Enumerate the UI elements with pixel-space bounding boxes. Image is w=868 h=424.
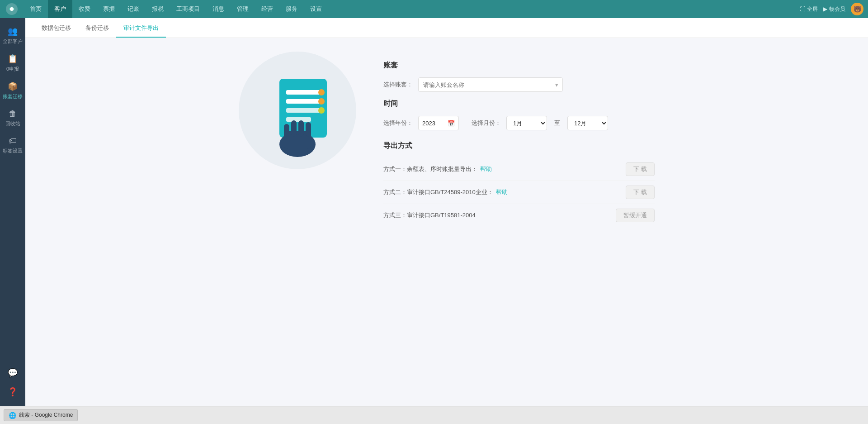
sidebar-item-label: 0申报: [6, 66, 19, 72]
sidebar-item-label: 账套迁移: [3, 93, 23, 100]
svg-point-8: [318, 98, 325, 105]
nav-manage[interactable]: 管理: [231, 0, 255, 18]
export-row-1: 方式一：余额表、序时账批量导出： 帮助 下 载: [383, 158, 655, 181]
nav-invoice[interactable]: 票据: [97, 0, 121, 18]
user-avatar[interactable]: 🐻: [851, 3, 863, 15]
export-method-2-label: 方式二：审计接口GB/T24589-2010企业：: [383, 188, 493, 196]
svg-rect-4: [286, 99, 320, 104]
recycle-icon: 🗑: [9, 109, 17, 119]
nav-business[interactable]: 工商项目: [170, 0, 206, 18]
svg-rect-15: [306, 122, 311, 137]
sidebar-item-help[interactable]: ❓: [0, 382, 25, 401]
fullscreen-icon: ⛶: [800, 6, 805, 12]
export-method-3-label: 方式三：审计接口GB/T19581-2004: [383, 211, 476, 219]
customers-icon: 👥: [8, 26, 18, 36]
sidebar-item-account-migrate[interactable]: 📦 账套迁移: [0, 77, 25, 105]
svg-point-1: [10, 7, 14, 11]
coming-soon-button[interactable]: 暂缓开通: [616, 209, 655, 222]
export-section-title: 导出方式: [383, 141, 655, 151]
member-icon: ▶: [823, 6, 827, 12]
month-label: 选择月份：: [472, 119, 501, 127]
calendar-icon: 📅: [448, 120, 455, 127]
nav-customer[interactable]: 客户: [48, 0, 72, 18]
member-button[interactable]: ▶ 畅会员: [823, 5, 845, 13]
migrate-icon: 📦: [8, 81, 18, 91]
fullscreen-label: 全屏: [807, 5, 818, 13]
sidebar-item-label: 标签设置: [3, 148, 23, 154]
top-navigation: 首页 客户 收费 票据 记账 报税 工商项目 消息 管理 经营 服务 设置 ⛶ …: [0, 0, 868, 18]
svg-rect-6: [286, 117, 311, 122]
tab-data-migration[interactable]: 数据包迁移: [34, 19, 78, 38]
app-logo: [5, 2, 19, 16]
content-area: 数据包迁移 备份迁移 审计文件导出: [25, 18, 868, 406]
svg-point-7: [318, 89, 325, 95]
tags-icon: 🏷: [9, 136, 17, 146]
time-section-title: 时间: [383, 99, 655, 109]
year-label: 选择年份：: [383, 119, 413, 127]
tab-audit-export[interactable]: 审计文件导出: [116, 19, 166, 38]
sidebar-item-tags[interactable]: 🏷 标签设置: [0, 132, 25, 159]
sidebar-item-recycle[interactable]: 🗑 回收站: [0, 105, 25, 132]
svg-rect-3: [286, 90, 320, 95]
illustration-svg: [252, 61, 343, 160]
nav-billing[interactable]: 收费: [72, 0, 97, 18]
nav-settings[interactable]: 设置: [304, 0, 328, 18]
month-end-select[interactable]: 1月2月3月4月 5月6月7月8月 9月10月11月12月: [567, 116, 608, 130]
member-label: 畅会员: [829, 5, 845, 13]
year-input[interactable]: [422, 120, 445, 127]
sidebar-item-label: 全部客户: [3, 38, 23, 45]
export-desc-2: 方式二：审计接口GB/T24589-2010企业： 帮助: [383, 188, 508, 196]
taskbar: 🌐 线索 - Google Chrome: [0, 406, 868, 424]
illustration-circle: [239, 52, 356, 169]
sidebar-item-label: 回收站: [5, 120, 20, 127]
page-content: 账套 选择账套： ▾ 时间 选择年份： 📅 选择月份：: [25, 38, 868, 406]
time-row: 选择年份： 📅 选择月份： 1月2月3月4月 5月6月7月8月 9月10月11月…: [383, 116, 655, 130]
sidebar-item-feedback[interactable]: 💬: [0, 363, 25, 382]
sidebar-bottom: 💬 ❓: [0, 363, 25, 406]
download-button-2[interactable]: 下 载: [626, 186, 655, 199]
export-method-1-label: 方式一：余额表、序时账批量导出：: [383, 165, 477, 173]
taskbar-item-chrome[interactable]: 🌐 线索 - Google Chrome: [4, 409, 78, 421]
export-row-3: 方式三：审计接口GB/T19581-2004 暂缓开通: [383, 204, 655, 227]
nav-message[interactable]: 消息: [206, 0, 231, 18]
svg-rect-12: [284, 124, 289, 137]
svg-rect-14: [298, 120, 304, 137]
taskbar-item-label: 线索 - Google Chrome: [19, 411, 73, 419]
help-icon: ❓: [8, 387, 18, 397]
feedback-icon: 💬: [8, 368, 18, 378]
tab-backup-migration[interactable]: 备份迁移: [78, 19, 116, 38]
export-row-2: 方式二：审计接口GB/T24589-2010企业： 帮助 下 载: [383, 181, 655, 204]
accounts-row: 选择账套： ▾: [383, 77, 655, 92]
chrome-icon: 🌐: [9, 412, 16, 419]
declare-icon: 📋: [8, 54, 18, 64]
illustration-wrap: [239, 52, 356, 169]
nav-home[interactable]: 首页: [24, 0, 48, 18]
export-method-1-help[interactable]: 帮助: [480, 165, 492, 173]
accounts-section-title: 账套: [383, 61, 655, 70]
tabs-bar: 数据包迁移 备份迁移 审计文件导出: [25, 18, 868, 38]
fullscreen-button[interactable]: ⛶ 全屏: [800, 5, 818, 13]
month-start-select[interactable]: 1月2月3月4月 5月6月7月8月 9月10月11月12月: [506, 116, 547, 130]
year-input-wrap: 📅: [418, 116, 459, 130]
sidebar: 👥 全部客户 📋 0申报 📦 账套迁移 🗑 回收站 🏷 标签设置 💬 ❓: [0, 18, 25, 406]
sidebar-item-zero-declare[interactable]: 📋 0申报: [0, 49, 25, 77]
svg-rect-13: [291, 120, 297, 137]
nav-tax[interactable]: 报税: [146, 0, 170, 18]
download-button-1[interactable]: 下 载: [626, 162, 655, 176]
nav-right-area: ⛶ 全屏 ▶ 畅会员 🐻: [800, 3, 863, 15]
export-desc-1: 方式一：余额表、序时账批量导出： 帮助: [383, 165, 492, 173]
nav-menu: 首页 客户 收费 票据 记账 报税 工商项目 消息 管理 经营 服务 设置: [24, 0, 800, 18]
svg-rect-5: [286, 108, 320, 113]
accounts-label: 选择账套：: [383, 81, 413, 89]
main-layout: 👥 全部客户 📋 0申报 📦 账套迁移 🗑 回收站 🏷 标签设置 💬 ❓: [0, 18, 868, 406]
nav-bookkeeping[interactable]: 记账: [121, 0, 146, 18]
svg-point-9: [318, 107, 325, 114]
nav-service[interactable]: 服务: [279, 0, 304, 18]
accounts-select-input[interactable]: [418, 77, 563, 92]
form-panel: 账套 选择账套： ▾ 时间 选择年份： 📅 选择月份：: [383, 52, 655, 227]
export-desc-3: 方式三：审计接口GB/T19581-2004: [383, 211, 476, 219]
nav-operation[interactable]: 经营: [255, 0, 279, 18]
sidebar-item-all-customers[interactable]: 👥 全部客户: [0, 22, 25, 49]
to-label: 至: [552, 119, 562, 127]
export-method-2-help[interactable]: 帮助: [496, 188, 508, 196]
